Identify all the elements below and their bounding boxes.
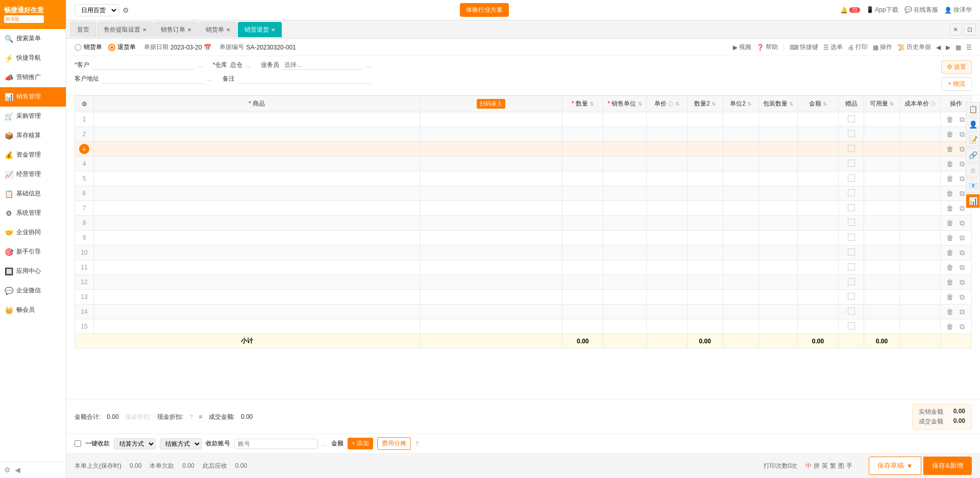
shortcut-action[interactable]: ⌨ 快捷键: [790, 43, 818, 52]
delete-row-9[interactable]: 🗑: [945, 233, 955, 243]
remark-input[interactable]: [238, 74, 371, 84]
user-avatar[interactable]: 👤 徐泽华: [944, 6, 972, 14]
add-payment-button[interactable]: + 添加: [348, 438, 373, 449]
sidebar-item-guide[interactable]: 🎯 新手引导: [0, 242, 66, 262]
delete-row-13[interactable]: 🗑: [945, 292, 955, 302]
unit-cell-2[interactable]: [603, 127, 646, 142]
sidebar-item-basic[interactable]: 📋 基础信息: [0, 184, 66, 204]
sidebar-item-apps[interactable]: 🔲 应用中心: [0, 262, 66, 281]
collapse-icon[interactable]: ◀: [15, 466, 20, 474]
amount-cell-3[interactable]: [798, 142, 839, 157]
delete-row-8[interactable]: 🗑: [945, 218, 955, 228]
copy-row-12[interactable]: ⧉: [957, 277, 967, 287]
prev-record-icon[interactable]: ◀: [936, 44, 941, 51]
sidebar-item-operations[interactable]: 📈 经营管理: [0, 165, 66, 184]
fee-split-button[interactable]: 费用分摊: [377, 437, 411, 450]
delete-row-14[interactable]: 🗑: [945, 307, 955, 317]
add-row-button[interactable]: +: [79, 144, 89, 154]
radio-return[interactable]: 退货单: [108, 43, 136, 52]
avail-cell-1[interactable]: [864, 112, 900, 127]
warehouse-dots[interactable]: ...: [246, 62, 251, 69]
operate-action[interactable]: ▦ 操作: [873, 43, 892, 52]
tab-close-price-setting[interactable]: ✕: [142, 27, 146, 33]
right-icon-7-active[interactable]: 📊: [966, 194, 980, 208]
customer-input[interactable]: [92, 60, 194, 70]
sidebar-item-finance[interactable]: 💰 资金管理: [0, 145, 66, 165]
video-action[interactable]: ▶ 视频: [733, 43, 751, 52]
delete-row-5[interactable]: 🗑: [945, 173, 955, 184]
help-action[interactable]: ❓ 帮助: [756, 43, 778, 52]
sidebar-item-sales[interactable]: 📊 销售管理: [0, 87, 66, 107]
copy-row-14[interactable]: ⧉: [957, 307, 967, 317]
qty2-cell-3[interactable]: [687, 142, 723, 157]
amount-sort-icon[interactable]: ⇅: [823, 101, 827, 107]
unit-cell-3[interactable]: [603, 142, 646, 157]
product-input-3[interactable]: [98, 145, 415, 153]
copy-row-13[interactable]: ⧉: [957, 292, 967, 302]
gift-cell-2[interactable]: [839, 127, 864, 142]
online-service-link[interactable]: 💬 在线客服: [904, 6, 938, 14]
tab-sales-order[interactable]: 销售订单 ✕: [154, 22, 198, 37]
industry-select[interactable]: 日用百货: [75, 4, 118, 16]
price-sort-icon[interactable]: ⇅: [675, 101, 679, 107]
next-record-icon[interactable]: ▶: [946, 44, 950, 51]
col-gear[interactable]: ⚙: [75, 96, 94, 112]
sidebar-item-system[interactable]: ⚙ 系统管理: [0, 204, 66, 223]
right-icon-6[interactable]: 📧: [966, 179, 980, 193]
pack-cell-1[interactable]: [758, 112, 797, 127]
gift-cell-3[interactable]: [839, 142, 864, 157]
staff-dots[interactable]: ...: [366, 62, 371, 69]
copy-row-8[interactable]: ⧉: [957, 218, 967, 228]
tab-sales-return[interactable]: 销货退货 ✕: [238, 22, 282, 37]
close-tab-icon[interactable]: ✕: [949, 23, 962, 36]
unit2-cell-1[interactable]: [723, 112, 758, 127]
tab-close-sales-return[interactable]: ✕: [271, 27, 275, 33]
ime-img-icon[interactable]: 图: [838, 462, 844, 470]
delete-row-6[interactable]: 🗑: [945, 188, 955, 198]
copy-row-15[interactable]: ⧉: [957, 321, 967, 332]
tab-price-setting[interactable]: 售价提取设置 ✕: [97, 22, 153, 37]
scan-button[interactable]: 扫码录入: [477, 99, 505, 109]
right-icon-1[interactable]: 📋: [966, 102, 980, 116]
gift-cell-1[interactable]: [839, 112, 864, 127]
tab-home[interactable]: 首页: [70, 22, 96, 37]
right-icon-2[interactable]: 👤: [966, 117, 980, 132]
unit2-cell-3[interactable]: [723, 142, 758, 157]
app-download-link[interactable]: 📱 App下载: [866, 6, 898, 14]
grid-view-icon[interactable]: ▦: [955, 44, 961, 51]
history-action[interactable]: 📜 历史单据: [897, 43, 931, 52]
col-scan[interactable]: 扫码录入: [420, 96, 562, 112]
price-cell-3[interactable]: [646, 142, 687, 157]
qty-cell-2[interactable]: [562, 127, 603, 142]
sidebar-item-member[interactable]: 👑 畅会员: [0, 300, 66, 320]
ime-en-icon[interactable]: 英: [822, 462, 828, 470]
unit2-cell-2[interactable]: [723, 127, 758, 142]
staff-input[interactable]: [282, 60, 363, 70]
avail-cell-3[interactable]: [864, 142, 900, 157]
unit-sort-icon[interactable]: ⇅: [638, 101, 642, 107]
qty2-cell-1[interactable]: [687, 112, 723, 127]
account-dots[interactable]: ...: [322, 440, 327, 447]
save-draft-button[interactable]: 保存草稿 ▼: [869, 457, 921, 475]
qty-cell-1[interactable]: [562, 112, 603, 127]
ime-trad-icon[interactable]: 繁: [830, 462, 836, 470]
ime-pinyin-icon[interactable]: 拼: [814, 462, 820, 470]
right-icon-4[interactable]: 🔗: [966, 148, 980, 162]
logistics-button[interactable]: + 物流: [941, 77, 972, 91]
sidebar-item-wechat[interactable]: 💬 企业微信: [0, 281, 66, 300]
delete-row-15[interactable]: 🗑: [945, 321, 955, 332]
pack-cell-3[interactable]: [758, 142, 797, 157]
sidebar-item-shortcut[interactable]: ⚡ 快捷导航: [0, 48, 66, 68]
checkout-method-select[interactable]: 结算方式: [114, 438, 156, 449]
delete-row-10[interactable]: 🗑: [945, 247, 955, 258]
delete-row-12[interactable]: 🗑: [945, 277, 955, 287]
qty-sort-icon[interactable]: ⇅: [590, 101, 594, 107]
address-dots[interactable]: ...: [207, 76, 212, 83]
price-cell-2[interactable]: [646, 127, 687, 142]
unit-cell-1[interactable]: [603, 112, 646, 127]
unit2-sort-icon[interactable]: ⇅: [747, 101, 751, 107]
account-input[interactable]: [234, 439, 318, 449]
trial-button[interactable]: 体验行业方案: [460, 3, 509, 17]
list-view-icon[interactable]: ☰: [966, 44, 972, 51]
radio-sale[interactable]: 销货单: [75, 43, 102, 52]
